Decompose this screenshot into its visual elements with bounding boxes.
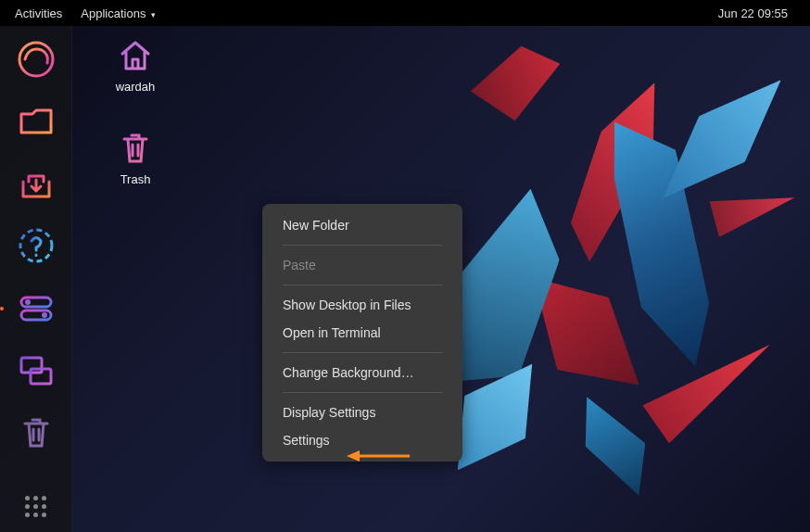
menu-separator [283,245,442,246]
download-box-icon [16,163,57,204]
home-icon [115,35,156,76]
trash-icon [115,128,156,169]
help-icon [16,225,57,266]
activities-button[interactable]: Activities [15,6,62,20]
dock-item-tweaks[interactable] [9,283,63,334]
menu-item-change-background[interactable]: Change Background… [262,359,462,386]
folder-icon [16,101,57,142]
show-applications-button[interactable] [9,481,63,532]
menu-item-display-settings[interactable]: Display Settings [262,399,462,426]
menu-item-show-desktop-files[interactable]: Show Desktop in Files [262,291,462,319]
chevron-down-icon: ▾ [151,10,156,19]
dock-item-trash[interactable] [9,408,63,459]
applications-menu-button[interactable]: Applications ▾ [81,6,156,20]
trash-dock-icon [16,412,57,453]
menu-item-paste: Paste [262,251,462,279]
dock-item-remote[interactable] [9,345,63,396]
dock-item-help[interactable] [9,221,63,272]
desktop-icon-home[interactable]: wardah [98,35,172,94]
desktop-icon-trash[interactable]: Trash [98,128,172,186]
dock-item-firefox[interactable] [9,33,63,84]
menu-separator [283,352,442,353]
menu-separator [283,285,442,285]
svg-point-3 [25,299,31,305]
menu-item-new-folder[interactable]: New Folder [262,211,462,239]
desktop-context-menu: New Folder Paste Show Desktop in Files O… [262,204,462,462]
desktop-icon-home-label: wardah [116,80,156,94]
toggles-icon [16,288,57,329]
dock-item-files[interactable] [9,95,63,146]
desktop-icon-trash-label: Trash [120,172,151,186]
menu-separator [283,392,442,393]
menu-item-settings[interactable]: Settings [262,426,462,454]
launcher-dock [0,26,72,532]
menu-item-open-terminal[interactable]: Open in Terminal [262,319,462,347]
firefox-icon [16,39,57,80]
dock-item-software[interactable] [9,158,63,209]
applications-label: Applications [81,6,146,20]
top-panel: Activities Applications ▾ Jun 22 09:55 [0,0,810,26]
remote-desktop-icon [16,350,57,391]
clock[interactable]: Jun 22 09:55 [718,6,788,20]
svg-point-5 [42,312,47,318]
